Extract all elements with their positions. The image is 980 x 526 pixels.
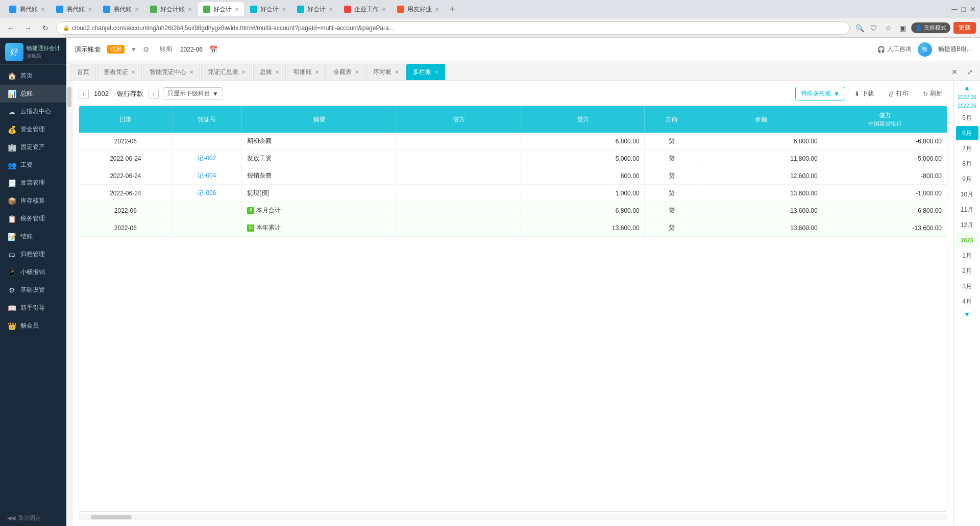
- close-icon[interactable]: ✕: [135, 7, 139, 12]
- close-window-icon[interactable]: ✕: [970, 5, 976, 13]
- tab-voucher-summary[interactable]: 凭证汇总表 ✕: [201, 64, 252, 80]
- close-icon[interactable]: ✕: [88, 7, 92, 12]
- sidebar-item-close[interactable]: 📝 结账: [0, 228, 66, 245]
- month-item-jun[interactable]: 6月: [956, 126, 978, 140]
- vertical-scroll-area[interactable]: [66, 81, 72, 526]
- summary-icon: 年: [247, 224, 254, 232]
- back-button[interactable]: ←: [4, 21, 17, 35]
- browser-tab-6[interactable]: 好会计 ✕: [245, 2, 291, 16]
- month-item-oct[interactable]: 10月: [956, 187, 978, 202]
- horizontal-scroll-area[interactable]: [79, 514, 947, 520]
- close-icon[interactable]: ✕: [435, 7, 439, 12]
- collapse-icon[interactable]: ✕: [948, 66, 961, 78]
- sidebar-item-salary[interactable]: 👥 工资: [0, 156, 66, 174]
- month-item-apr[interactable]: 4月: [956, 294, 978, 309]
- special-multi-col-button[interactable]: 特殊多栏账 ▼: [795, 87, 845, 101]
- sidebar-item-archive[interactable]: 🗂 归档管理: [0, 245, 66, 263]
- no-trace-button[interactable]: 👤 无痕模式: [911, 22, 950, 33]
- sidebar-item-member[interactable]: 👑 畅会员: [0, 317, 66, 335]
- tab-voucher-view[interactable]: 查看凭证 ✕: [97, 64, 142, 80]
- print-button[interactable]: 🖨 打印: [883, 87, 914, 100]
- download-button[interactable]: ⬇ 下载: [849, 87, 879, 100]
- sidebar-item-fixed-assets[interactable]: 🏢 固定资产: [0, 138, 66, 156]
- tab-general-ledger[interactable]: 总账 ✕: [253, 64, 286, 80]
- close-icon[interactable]: ✕: [275, 69, 279, 75]
- forward-button[interactable]: →: [21, 21, 35, 35]
- filter-select[interactable]: 只显示下级科目 ▼: [163, 87, 223, 100]
- month-down-arrow[interactable]: ▼: [960, 309, 974, 319]
- tab-balance-sheet[interactable]: 余额表 ✕: [327, 64, 365, 80]
- consult-button[interactable]: 🎧 人工咨询: [877, 45, 912, 54]
- sidebar-panel-icon[interactable]: ▣: [897, 22, 908, 34]
- close-icon[interactable]: ✕: [131, 69, 135, 75]
- browser-tab-4[interactable]: 好会计账 ✕: [145, 2, 197, 16]
- h-scroll-thumb[interactable]: [91, 515, 132, 519]
- close-icon[interactable]: ✕: [189, 69, 193, 75]
- sidebar-item-invoice[interactable]: 🧾 发票管理: [0, 174, 66, 192]
- browser-tab-9[interactable]: 用友好业 ✕: [392, 2, 444, 16]
- browser-tab-1[interactable]: 易代账 ✕: [4, 2, 50, 16]
- close-icon[interactable]: ✕: [235, 7, 239, 12]
- sidebar-item-home[interactable]: 🏠 首页: [0, 67, 66, 85]
- sidebar-item-inventory[interactable]: 📦 库存核算: [0, 192, 66, 210]
- sidebar-item-ledger[interactable]: 📊 总账: [0, 85, 66, 103]
- browser-tab-3[interactable]: 易代账 ✕: [98, 2, 144, 16]
- address-input[interactable]: 🔒 cloud2.chanjet.com/accounting/uh26t264…: [56, 21, 850, 35]
- month-up-arrow[interactable]: ▲: [960, 83, 974, 93]
- close-icon[interactable]: ✕: [355, 69, 359, 75]
- month-item-nov[interactable]: 11月: [956, 203, 978, 217]
- sidebar-item-funds[interactable]: 💰 资金管理: [0, 120, 66, 138]
- update-button[interactable]: 更新: [953, 22, 976, 34]
- search-icon[interactable]: 🔍: [854, 22, 865, 34]
- close-icon[interactable]: ✕: [329, 7, 333, 12]
- shield-icon[interactable]: 🛡: [868, 22, 879, 34]
- browser-tab-8[interactable]: 企业工作 ✕: [339, 2, 391, 16]
- star-icon[interactable]: ☆: [883, 22, 894, 34]
- sidebar-item-expense[interactable]: 📱 小畅报销: [0, 263, 66, 281]
- reload-button[interactable]: ↻: [39, 21, 52, 35]
- voucher-link[interactable]: 记-002: [198, 155, 216, 162]
- month-item-jan[interactable]: 1月: [956, 248, 978, 263]
- voucher-link[interactable]: 记-004: [198, 172, 216, 179]
- sidebar-footer[interactable]: ◀◀ 取消固定: [0, 510, 66, 526]
- close-icon[interactable]: ✕: [41, 7, 45, 12]
- new-tab-button[interactable]: +: [445, 2, 459, 16]
- maximize-icon[interactable]: □: [962, 5, 966, 13]
- sidebar-item-guide[interactable]: 📖 新手引导: [0, 299, 66, 317]
- browser-tab-2[interactable]: 易代账 ✕: [51, 2, 97, 16]
- month-item-mar[interactable]: 3月: [956, 279, 978, 293]
- expand-icon[interactable]: ⤢: [964, 66, 976, 78]
- close-icon[interactable]: ✕: [434, 69, 438, 75]
- tab-multi-column[interactable]: 多栏账 ✕: [406, 64, 445, 80]
- month-item-jul[interactable]: 7月: [956, 141, 978, 156]
- browser-tab-7[interactable]: 好会计 ✕: [292, 2, 338, 16]
- tab-smart-voucher[interactable]: 智能凭证中心 ✕: [143, 64, 200, 80]
- month-item-sep[interactable]: 9月: [956, 172, 978, 186]
- close-icon[interactable]: ✕: [188, 7, 192, 12]
- sidebar-item-tax[interactable]: 📋 税务管理: [0, 210, 66, 228]
- close-icon[interactable]: ✕: [241, 69, 246, 75]
- dropdown-arrow-icon[interactable]: ▼: [131, 46, 137, 53]
- month-item-dec[interactable]: 12月: [956, 218, 978, 232]
- close-icon[interactable]: ✕: [315, 69, 319, 75]
- sidebar-item-settings[interactable]: ⚙ 基础设置: [0, 281, 66, 299]
- tab-sequence-ledger[interactable]: 序时账 ✕: [366, 64, 405, 80]
- minimize-icon[interactable]: ─: [951, 5, 957, 14]
- sidebar-item-cloud-report[interactable]: ☁ 云报表中心: [0, 103, 66, 120]
- calendar-icon[interactable]: 📅: [209, 45, 217, 54]
- month-item-feb[interactable]: 2月: [956, 264, 978, 278]
- tab-detail-ledger[interactable]: 明细账 ✕: [287, 64, 326, 80]
- tab-home[interactable]: 首页: [70, 64, 96, 80]
- month-item-aug[interactable]: 8月: [956, 157, 978, 171]
- close-icon[interactable]: ✕: [395, 69, 399, 75]
- refresh-button[interactable]: ↻ 刷新: [918, 87, 947, 100]
- scroll-thumb[interactable]: [67, 87, 71, 107]
- close-icon[interactable]: ✕: [382, 7, 386, 12]
- settings-icon[interactable]: ⚙: [143, 45, 150, 54]
- close-icon[interactable]: ✕: [282, 7, 286, 12]
- next-account-button[interactable]: ›: [149, 89, 159, 99]
- month-item-may[interactable]: 5月: [956, 111, 978, 125]
- voucher-link[interactable]: 记-006: [198, 189, 216, 196]
- browser-tab-5[interactable]: 好会计 ✕: [198, 2, 244, 16]
- prev-account-button[interactable]: ‹: [79, 89, 89, 99]
